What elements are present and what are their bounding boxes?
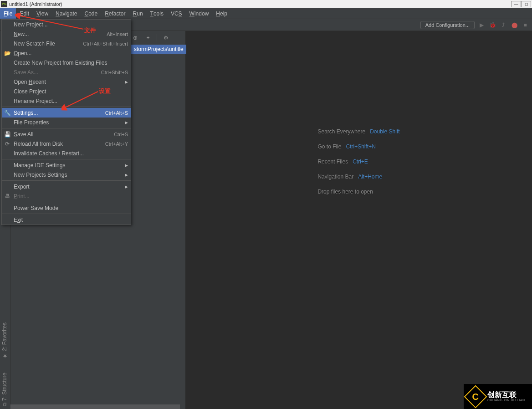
menu-item-new-projects-settings[interactable]: New Projects Settings▶ bbox=[2, 170, 131, 179]
menu-run[interactable]: Run bbox=[129, 8, 147, 19]
menu-item-new-scratch-file[interactable]: New Scratch FileCtrl+Alt+Shift+Insert bbox=[2, 39, 131, 48]
menu-item-create-new-project-from-existing-files[interactable]: Create New Project from Existing Files bbox=[2, 58, 131, 67]
annotation-arrow-file bbox=[15, 13, 86, 32]
menu-help[interactable]: Help bbox=[212, 8, 231, 19]
minimize-button[interactable]: — bbox=[511, 1, 521, 7]
run-icon[interactable]: ▶ bbox=[477, 21, 486, 29]
menu-tools[interactable]: Tools bbox=[147, 8, 167, 19]
collapse-icon[interactable]: ÷ bbox=[144, 34, 152, 42]
menu-window[interactable]: Window bbox=[186, 8, 213, 19]
wrench-icon: 🔧 bbox=[4, 110, 10, 116]
menu-item-reload-all-from-disk[interactable]: ⟳Reload All from DiskCtrl+Alt+Y bbox=[2, 139, 131, 148]
favorites-tool-button[interactable]: ★ 2: Favorites bbox=[1, 322, 8, 359]
debug-icon[interactable]: 🐞 bbox=[488, 21, 496, 29]
reload-icon: ⟳ bbox=[4, 141, 10, 147]
svg-line-3 bbox=[64, 92, 98, 108]
save-icon: 💾 bbox=[4, 131, 10, 138]
menu-item-invalidate-caches-restart[interactable]: Invalidate Caches / Restart... bbox=[2, 148, 131, 158]
submenu-arrow-icon: ▶ bbox=[125, 173, 128, 177]
maximize-button[interactable]: ◻ bbox=[521, 1, 531, 7]
menu-refactor[interactable]: Refactor bbox=[101, 8, 129, 19]
watermark-text: 创新互联 bbox=[487, 391, 525, 399]
menu-item-save-as: Save As...Ctrl+Shift+S bbox=[2, 67, 131, 77]
project-scrollbar[interactable] bbox=[10, 404, 180, 409]
path-bar: stormProjects\untitle bbox=[131, 45, 186, 54]
file-menu-dropdown: New Project...New...Alt+InsertNew Scratc… bbox=[1, 19, 131, 225]
menu-item-export[interactable]: Export▶ bbox=[2, 182, 131, 191]
svg-line-1 bbox=[19, 15, 83, 29]
menu-item-open-recent[interactable]: Open Recent▶ bbox=[2, 77, 131, 87]
gear-icon[interactable]: ⚙ bbox=[162, 34, 170, 42]
hide-icon[interactable]: — bbox=[174, 34, 183, 42]
editor-toolbar: ⊕ ÷ ⚙ — bbox=[131, 31, 183, 45]
menu-item-print: 🖶Print... bbox=[2, 191, 131, 201]
hint-recent-files: Recent FilesCtrl+E bbox=[317, 157, 399, 165]
watermark-subtext: CHUANG XIN HU LIAN bbox=[487, 399, 525, 402]
annotation-arrow-settings bbox=[61, 90, 100, 112]
window-controls: — ◻ bbox=[511, 1, 531, 7]
submenu-arrow-icon: ▶ bbox=[125, 120, 128, 125]
add-configuration-button[interactable]: Add Configuration... bbox=[420, 21, 475, 29]
hint-navigation-bar: Navigation BarAlt+Home bbox=[317, 172, 399, 180]
watermark: C 创新互联 CHUANG XIN HU LIAN bbox=[464, 384, 532, 409]
structure-tool-button[interactable]: ⧉ 7: Structure bbox=[1, 373, 8, 406]
hint-drop-files-here-to-open: Drop files here to open bbox=[317, 187, 399, 195]
coverage-icon[interactable]: ⤴ bbox=[499, 21, 507, 29]
hint-go-to-file: Go to FileCtrl+Shift+N bbox=[317, 142, 399, 150]
menu-item-file-properties[interactable]: File Properties▶ bbox=[2, 118, 131, 127]
annotation-file: 文件 bbox=[84, 26, 96, 35]
menu-separator bbox=[2, 214, 131, 214]
menu-file[interactable]: File bbox=[0, 8, 16, 19]
submenu-arrow-icon: ▶ bbox=[125, 80, 128, 84]
menu-separator bbox=[2, 128, 131, 128]
window-titlebar: PS untitled1 (Administrator) — ◻ bbox=[0, 0, 532, 8]
app-icon: PS bbox=[1, 1, 7, 7]
submenu-arrow-icon: ▶ bbox=[125, 163, 128, 168]
stop-square-icon[interactable]: ■ bbox=[521, 21, 529, 29]
menu-item-manage-ide-settings[interactable]: Manage IDE Settings▶ bbox=[2, 160, 131, 170]
menu-vcs[interactable]: VCS bbox=[167, 8, 186, 19]
project-panel-area bbox=[11, 219, 186, 409]
menu-item-exit[interactable]: Exit bbox=[2, 215, 131, 225]
menu-separator bbox=[2, 159, 131, 159]
print-icon: 🖶 bbox=[4, 193, 10, 199]
window-title: untitled1 (Administrator) bbox=[9, 1, 511, 7]
watermark-logo-icon: C bbox=[464, 385, 487, 408]
menu-separator bbox=[2, 202, 131, 202]
submenu-arrow-icon: ▶ bbox=[125, 184, 128, 189]
menu-item-save-all[interactable]: 💾Save AllCtrl+S bbox=[2, 129, 131, 139]
annotation-settings: 设置 bbox=[99, 87, 111, 95]
target-icon[interactable]: ⊕ bbox=[131, 34, 139, 42]
menu-item-power-save-mode[interactable]: Power Save Mode bbox=[2, 203, 131, 213]
editor-empty-state: Search EverywhereDouble ShiftGo to FileC… bbox=[185, 31, 532, 409]
menu-separator bbox=[2, 180, 131, 181]
menu-item-open[interactable]: 📂Open... bbox=[2, 48, 131, 58]
hint-search-everywhere: Search EverywhereDouble Shift bbox=[317, 127, 399, 135]
stop-icon[interactable]: ⬤ bbox=[510, 21, 518, 29]
folder-icon: 📂 bbox=[4, 50, 10, 56]
path-fragment: stormProjects\untitle bbox=[134, 46, 184, 52]
